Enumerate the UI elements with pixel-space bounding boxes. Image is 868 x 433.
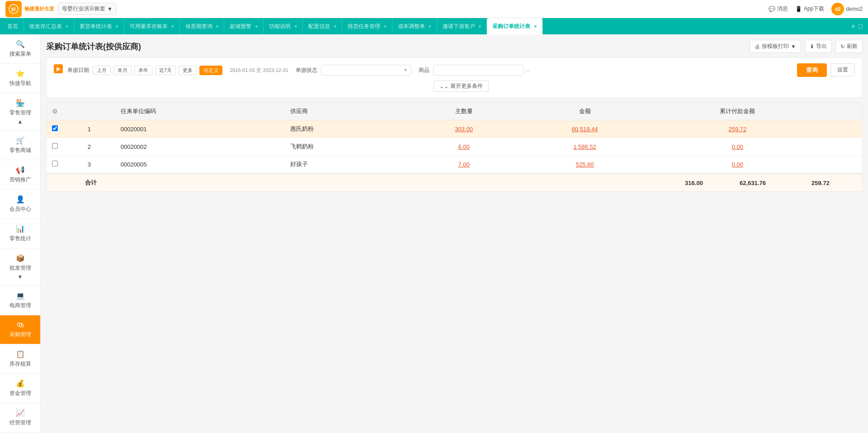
amount-link[interactable]: 525.80 (576, 161, 594, 168)
row-quantity[interactable]: 7.00 (411, 156, 517, 173)
row-checkbox-cell[interactable] (47, 138, 63, 156)
retail-icon: 🏪 (16, 99, 25, 107)
shortcut-7days[interactable]: 近7天 (155, 66, 176, 75)
row-quantity[interactable]: 6.00 (411, 138, 517, 156)
sidebar-item-retail-mall[interactable]: 🛒 零售商城 (0, 131, 40, 160)
close-icon[interactable]: × (66, 24, 68, 29)
sidebar-item-retail-stats[interactable]: 📊 零售统计 (0, 219, 40, 248)
row-amount[interactable]: 1,586.52 (517, 138, 653, 156)
row-checkbox[interactable] (52, 125, 58, 131)
tab-home[interactable]: 首页 (2, 18, 24, 34)
tab-picking-tasks[interactable]: 拣货任务管理 × (342, 18, 392, 34)
mall-icon: 🛒 (16, 136, 25, 145)
template-print-btn[interactable]: 🖨 按模板打印 ▼ (750, 40, 801, 53)
tab-overstock-warning[interactable]: 超储预警 × (224, 18, 264, 34)
tab-cost-adjustment[interactable]: 成本调整单 × (392, 18, 437, 34)
tab-invite-downstream[interactable]: 邀请下游客户 × (437, 18, 487, 34)
close-icon[interactable]: × (479, 24, 481, 29)
table-row[interactable]: 1 00020001 惠氏奶粉 303.00 60,519.44 259.72 (47, 120, 862, 138)
close-icon[interactable]: × (116, 24, 118, 29)
footer-label: 合计 (52, 179, 133, 187)
close-icon[interactable]: × (384, 24, 387, 29)
goods-input[interactable] (433, 65, 524, 76)
row-amount[interactable]: 525.80 (517, 156, 653, 173)
more-options-icon[interactable]: ··· (525, 67, 531, 74)
row-amount[interactable]: 60,519.44 (517, 120, 653, 138)
filter-right-actions: 查询 设置 (797, 63, 855, 77)
tab-config-info[interactable]: 配置信息 × (303, 18, 342, 34)
close-icon[interactable]: × (255, 24, 258, 29)
close-icon[interactable]: × (534, 24, 537, 29)
sidebar-item-purchase[interactable]: 🛍 采购管理 (0, 315, 40, 344)
paid-amount-link[interactable]: 0.00 (732, 143, 743, 150)
sidebar-item-label: 营销推广 (9, 176, 31, 184)
tab-expiry-query[interactable]: 保质期查询 × (180, 18, 225, 34)
column-settings-icon[interactable]: ⚙ (52, 108, 58, 115)
row-checkbox[interactable] (52, 161, 58, 167)
status-select[interactable] (321, 65, 411, 76)
shortcut-last-month[interactable]: 上月 (93, 66, 111, 75)
user-area[interactable]: d2 demo2 (831, 3, 863, 15)
sidebar-item-quick-nav[interactable]: ⭐ 快捷导航 (0, 64, 40, 93)
sidebar-item-ecommerce[interactable]: 💻 电商管理 (0, 286, 40, 315)
tab-label: 功能说明 (269, 23, 291, 30)
sidebar-item-wholesale[interactable]: 📦 批发管理 ▼ (0, 248, 40, 286)
filter-toggle-btn[interactable]: ▶ (54, 64, 63, 73)
row-checkbox-cell[interactable] (47, 120, 63, 138)
sidebar-item-finance[interactable]: 💰 资金管理 (0, 374, 40, 403)
sidebar-item-inventory[interactable]: 📋 库存核算 (0, 344, 40, 374)
sidebar-item-retail-mgmt[interactable]: 🏪 零售管理 ▲ (0, 93, 40, 131)
app-name: 畅捷通好生意 (24, 5, 54, 12)
workspace-selector[interactable]: 母婴行业演示账套 ▼ (58, 3, 117, 15)
expand-more-btn[interactable]: ⌄⌄ 展开更多条件 (434, 81, 489, 92)
close-icon[interactable]: × (429, 24, 431, 29)
close-icon[interactable]: × (171, 24, 174, 29)
refresh-btn[interactable]: ↻ 刷新 (835, 40, 863, 53)
sidebar-item-operations[interactable]: 📈 经营管理 (0, 403, 40, 433)
sidebar-item-label: 库存核算 (9, 360, 31, 368)
paid-amount-link[interactable]: 0.00 (732, 161, 743, 168)
sidebar-item-marketing[interactable]: 📢 营销推广 (0, 160, 40, 190)
quantity-link[interactable]: 6.00 (458, 143, 469, 150)
avatar-initials: d2 (835, 6, 841, 12)
export-btn[interactable]: ⬇ 导出 (805, 40, 832, 53)
message-btn[interactable]: 💬 消息 (769, 5, 788, 13)
shortcut-this-year[interactable]: 本年 (134, 66, 152, 75)
tab-collection-summary[interactable]: 收发存汇总表 × (24, 18, 74, 34)
restore-window-btn[interactable]: □ (859, 23, 863, 30)
th-amount: 金额 (517, 103, 653, 120)
close-icon[interactable]: × (294, 24, 297, 29)
sidebar-item-label: 搜索菜单 (9, 50, 31, 58)
download-icon: 📱 (795, 6, 802, 12)
shortcut-this-month[interactable]: 本月 (113, 66, 132, 75)
row-quantity[interactable]: 303.00 (411, 120, 517, 138)
quantity-link[interactable]: 7.00 (458, 161, 469, 168)
shortcut-custom[interactable]: 自定义 (199, 66, 222, 75)
settings-btn[interactable]: 设置 (830, 63, 855, 76)
amount-link[interactable]: 60,519.44 (572, 126, 598, 133)
sidebar-item-search[interactable]: 🔍 搜索菜单 (0, 34, 40, 64)
table-row[interactable]: 3 00020005 好孩子 7.00 525.80 0.00 (47, 156, 862, 173)
row-paid-amount[interactable]: 259.72 (653, 120, 822, 138)
paid-amount-link[interactable]: 259.72 (728, 126, 746, 133)
th-settings[interactable]: ⚙ (47, 103, 63, 120)
sidebar-item-label: 零售管理 (9, 109, 31, 117)
app-download-btn[interactable]: 📱 App下载 (795, 5, 824, 13)
row-checkbox[interactable] (52, 143, 58, 149)
table-row[interactable]: 2 00020002 飞鹤奶粉 6.00 1,586.52 0.00 (47, 138, 862, 156)
tab-function-desc[interactable]: 功能说明 × (264, 18, 303, 34)
row-paid-amount[interactable]: 0.00 (653, 138, 822, 156)
row-checkbox-cell[interactable] (47, 156, 63, 173)
close-icon[interactable]: × (334, 24, 336, 29)
close-icon[interactable]: × (216, 24, 219, 29)
shortcut-more[interactable]: 更多 (179, 66, 197, 75)
row-paid-amount[interactable]: 0.00 (653, 156, 822, 173)
tab-requisition-stats[interactable]: 要货单统计表 × (74, 18, 124, 34)
query-btn[interactable]: 查询 (797, 63, 827, 77)
quantity-link[interactable]: 303.00 (455, 126, 473, 133)
sidebar-item-members[interactable]: 👤 会员中心 (0, 190, 40, 219)
close-window-btn[interactable]: × (851, 23, 855, 30)
amount-link[interactable]: 1,586.52 (573, 143, 596, 150)
tab-available-inventory[interactable]: 可用量库存账本 × (124, 18, 180, 34)
tab-purchase-order-stats[interactable]: 采购订单统计表 × (487, 18, 542, 34)
